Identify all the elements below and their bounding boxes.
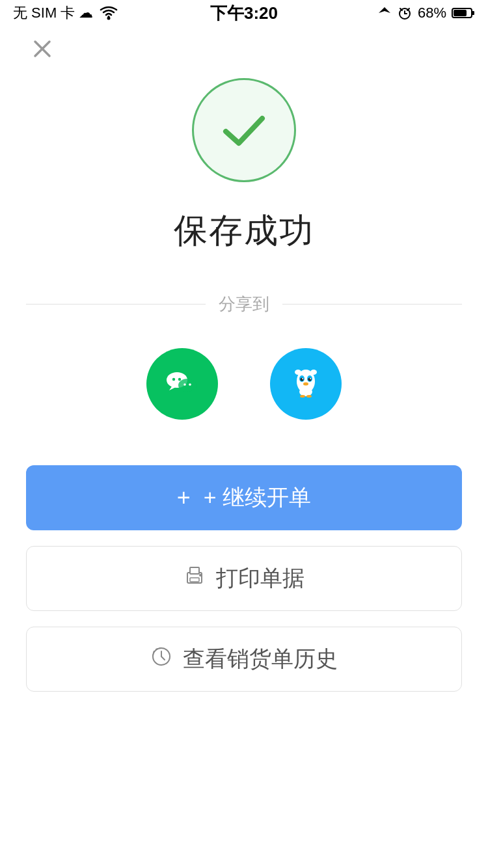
- wechat-share-button[interactable]: [146, 348, 218, 420]
- status-right: 68%: [377, 5, 475, 21]
- share-icons: [146, 348, 342, 420]
- print-button[interactable]: 打印单据: [26, 546, 462, 611]
- svg-point-12: [178, 378, 181, 381]
- svg-point-21: [310, 378, 311, 379]
- alarm-icon: [397, 5, 413, 21]
- svg-point-14: [189, 383, 191, 386]
- continue-button[interactable]: + + 继续开单: [26, 465, 462, 530]
- history-label: 查看销货单历史: [183, 644, 338, 674]
- svg-point-13: [183, 383, 186, 386]
- no-sim-text: 无 SIM 卡 ☁: [13, 3, 93, 23]
- svg-point-31: [199, 574, 202, 576]
- svg-rect-30: [190, 578, 199, 582]
- wechat-logo: [161, 363, 203, 405]
- status-time: 下午3:20: [210, 2, 278, 25]
- print-label: 打印单据: [216, 563, 305, 593]
- continue-label: + 继续开单: [204, 483, 311, 513]
- close-button[interactable]: [26, 33, 59, 65]
- close-icon: [31, 38, 53, 60]
- battery-percent: 68%: [418, 5, 446, 21]
- success-circle: [192, 78, 296, 182]
- svg-point-20: [302, 378, 303, 379]
- svg-point-0: [107, 17, 111, 20]
- svg-point-25: [306, 395, 312, 398]
- print-icon: [183, 565, 206, 592]
- svg-point-10: [178, 379, 197, 392]
- svg-point-18: [301, 378, 304, 381]
- svg-rect-5: [472, 11, 474, 15]
- continue-icon: +: [177, 484, 191, 511]
- svg-point-11: [172, 378, 175, 381]
- svg-rect-29: [190, 567, 199, 574]
- action-buttons: + + 继续开单 打印单据: [26, 465, 462, 692]
- battery-icon: [452, 7, 475, 20]
- share-divider: 分享到: [26, 293, 462, 316]
- svg-point-23: [299, 387, 312, 396]
- location-icon: [377, 6, 392, 20]
- svg-point-19: [308, 378, 312, 381]
- status-left: 无 SIM 卡 ☁: [13, 3, 118, 23]
- svg-point-26: [295, 370, 301, 375]
- svg-point-22: [303, 383, 308, 386]
- status-bar: 无 SIM 卡 ☁ 下午3:20 68%: [0, 0, 488, 26]
- wifi-icon: [100, 6, 118, 20]
- qq-logo: [285, 363, 327, 405]
- main-content: 保存成功 分享到: [0, 26, 488, 868]
- checkmark-icon: [218, 104, 270, 156]
- share-label: 分享到: [219, 293, 269, 316]
- qq-share-button[interactable]: [270, 348, 342, 420]
- svg-point-24: [300, 395, 305, 398]
- svg-rect-6: [454, 10, 467, 16]
- success-title: 保存成功: [174, 208, 314, 254]
- history-icon: [150, 645, 172, 673]
- svg-point-27: [310, 370, 317, 375]
- history-button[interactable]: 查看销货单历史: [26, 627, 462, 692]
